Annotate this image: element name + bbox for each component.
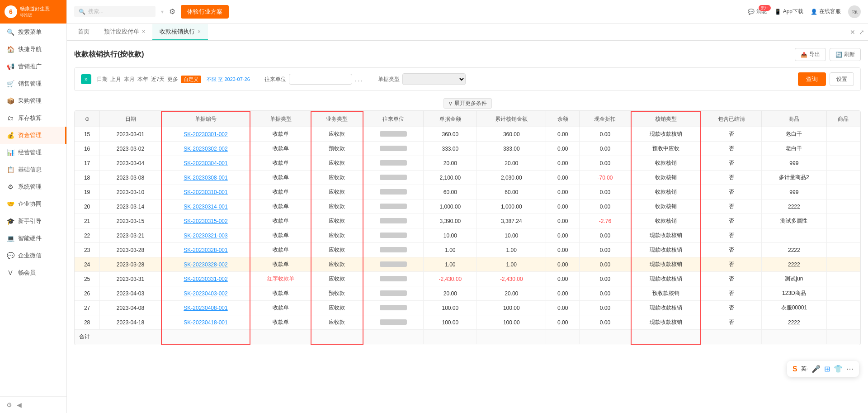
sidebar-item-collab[interactable]: 🤝 企业协同 <box>0 195 66 213</box>
sidebar-item-member[interactable]: V 畅会员 <box>0 264 66 281</box>
tab-expand-icon[interactable]: ⤢ <box>859 28 864 36</box>
doc-no-link[interactable]: SK-20230315-002 <box>184 218 227 224</box>
topbar-messages[interactable]: 💬 消息 99+ <box>748 8 767 15</box>
cell-cash-discount: 0.00 <box>580 228 631 243</box>
doc-no-link[interactable]: SK-20230418-001 <box>184 319 227 326</box>
sidebar-item-inventory[interactable]: 🗂 库存核算 <box>0 109 66 127</box>
doc-no-link[interactable]: SK-20230301-002 <box>184 131 227 138</box>
sidebar-item-quick[interactable]: 🏠 快捷导航 <box>0 41 66 58</box>
sidebar-item-inventory-label: 库存核算 <box>18 114 42 122</box>
float-grid-icon[interactable]: ⊞ <box>824 365 830 373</box>
filter-doctype-select[interactable] <box>402 73 466 85</box>
sidebar-item-guide[interactable]: 🎓 新手引导 <box>0 213 66 230</box>
refresh-button[interactable]: 🔄 刷新 <box>830 48 861 61</box>
sidebar-item-finance[interactable]: 💰 资金管理 <box>0 127 66 144</box>
float-shirt-icon[interactable]: 👕 <box>834 365 843 373</box>
doc-no-link[interactable]: SK-20230308-001 <box>184 175 227 181</box>
float-apps-icon[interactable]: ⋯ <box>846 365 854 373</box>
sidebar-item-operations[interactable]: 📊 经营管理 <box>0 144 66 161</box>
filter-date-this-year[interactable]: 本年 <box>137 76 148 83</box>
tab-collection-close[interactable]: × <box>198 28 201 35</box>
filter-date-this-month[interactable]: 本月 <box>124 76 135 83</box>
doc-no-link[interactable]: SK-20230321-003 <box>184 233 227 239</box>
filter-partner-group: 往来单位 ... <box>264 74 363 85</box>
doc-no-link[interactable]: SK-20230302-002 <box>184 146 227 152</box>
doc-no-link[interactable]: SK-20230310-001 <box>184 189 227 195</box>
sidebar-item-hardware[interactable]: 💻 智能硬件 <box>0 230 66 247</box>
filter-date-label: 日期 <box>97 76 108 83</box>
cell-goods2 <box>826 214 860 228</box>
sidebar-item-basics[interactable]: 📋 基础信息 <box>0 161 66 178</box>
cell-cash-discount: -2.76 <box>580 214 631 228</box>
th-biz-type[interactable]: 业务类型 <box>311 111 363 127</box>
filter-custom-btn[interactable]: 自定义 <box>181 76 201 83</box>
sidebar-item-search[interactable]: 🔍 搜索菜单 <box>0 24 66 41</box>
cell-seq: 23 <box>75 243 100 257</box>
cell-partner <box>363 272 424 286</box>
cell-balance: 0.00 <box>546 171 580 185</box>
doc-no-link[interactable]: SK-20230408-001 <box>184 305 227 311</box>
th-cash-discount[interactable]: 现金折扣 <box>580 111 631 127</box>
doc-no-link[interactable]: SK-20230403-002 <box>184 290 227 297</box>
th-doc-type[interactable]: 单据类型 <box>250 111 311 127</box>
cell-biz-type: 应收款 <box>311 171 363 185</box>
topbar-online-service[interactable]: 👤 在线客服 <box>811 8 841 15</box>
th-doc-no[interactable]: 单据编号 <box>161 111 250 127</box>
th-partner[interactable]: 往来单位 <box>363 111 424 127</box>
message-icon: 💬 <box>748 9 755 15</box>
th-amount[interactable]: 单据金额 <box>424 111 477 127</box>
float-mic-icon[interactable]: 🎤 <box>811 365 821 373</box>
sidebar-item-hardware-label: 智能硬件 <box>18 234 42 242</box>
cell-goods2 <box>826 243 860 257</box>
expand-conditions-button[interactable]: ∨ 展开更多条件 <box>443 98 492 109</box>
th-cumulative[interactable]: 累计核销金额 <box>477 111 546 127</box>
sidebar-item-sales[interactable]: 🛒 销售管理 <box>0 75 66 92</box>
doc-no-link[interactable]: SK-20230331-002 <box>184 276 227 282</box>
sidebar-settings-icon[interactable]: ⚙ <box>6 401 12 408</box>
filter-date-7days[interactable]: 近7天 <box>151 76 165 83</box>
tab-close-all-icon[interactable]: ✕ <box>850 28 855 36</box>
doc-no-link[interactable]: SK-20230328-002 <box>184 261 227 268</box>
cell-seq: 16 <box>75 142 100 156</box>
th-goods2[interactable]: 商品 <box>826 111 860 127</box>
doc-no-link[interactable]: SK-20230328-001 <box>184 247 227 253</box>
doc-no-link[interactable]: SK-20230314-001 <box>184 204 227 210</box>
sidebar-item-system[interactable]: ⚙ 系统管理 <box>0 178 66 195</box>
filter-toggle-button[interactable]: » <box>81 74 91 84</box>
filter-settings-button[interactable]: 设置 <box>830 72 854 86</box>
table-row: 23 2023-03-28 SK-20230328-001 收款单 应收款 1.… <box>75 243 860 257</box>
doc-no-link[interactable]: SK-20230304-001 <box>184 160 227 166</box>
filter-partner-input[interactable] <box>289 74 352 85</box>
th-date[interactable]: 日期 <box>100 111 161 127</box>
filter-date-last-month[interactable]: 上月 <box>110 76 121 83</box>
sidebar-collapse-icon[interactable]: ◀ <box>17 401 22 408</box>
th-goods[interactable]: 商品 <box>761 111 826 127</box>
th-verify-type[interactable]: 核销类型 <box>631 111 701 127</box>
tab-payable-close[interactable]: × <box>142 28 145 35</box>
th-balance[interactable]: 余额 <box>546 111 580 127</box>
filter-date-more[interactable]: 更多 <box>167 76 178 83</box>
cell-verify-type: 现款收款核销 <box>631 272 701 286</box>
topbar-app-download[interactable]: 📱 App下载 <box>774 8 803 15</box>
sidebar-item-wechat[interactable]: 💬 企业微信 <box>0 247 66 264</box>
topbar-search[interactable]: 🔍 搜索... <box>74 6 156 17</box>
cell-date: 2023-03-21 <box>100 228 161 243</box>
sidebar-item-marketing[interactable]: 📢 营销推广 <box>0 58 66 75</box>
tab-collection[interactable]: 收款核销执行 × <box>152 24 208 40</box>
export-button[interactable]: 📤 导出 <box>795 48 826 61</box>
sidebar-item-purchase[interactable]: 📦 采购管理 <box>0 92 66 109</box>
topbar-gear-icon[interactable]: ⚙ <box>169 7 175 16</box>
cell-balance: 0.00 <box>546 142 580 156</box>
filter-dots: ... <box>355 75 363 83</box>
tab-home[interactable]: 首页 <box>71 24 97 40</box>
query-button[interactable]: 查询 <box>798 72 826 86</box>
topbar-solution-button[interactable]: 体验行业方案 <box>181 5 229 19</box>
cell-verify-type: 现款收款核销 <box>631 257 701 272</box>
table-row: 20 2023-03-14 SK-20230314-001 收款单 应收款 1,… <box>75 199 860 214</box>
th-include-settled[interactable]: 包含已结清 <box>701 111 761 127</box>
table-row: 25 2023-03-31 SK-20230331-002 红字收款单 应收款 … <box>75 272 860 286</box>
sidebar-item-sales-label: 销售管理 <box>18 80 42 88</box>
topbar-user-avatar[interactable]: Rit <box>848 5 861 18</box>
cell-doc-no: SK-20230331-002 <box>161 272 250 286</box>
tab-payable[interactable]: 预计应应付单 × <box>97 24 152 40</box>
